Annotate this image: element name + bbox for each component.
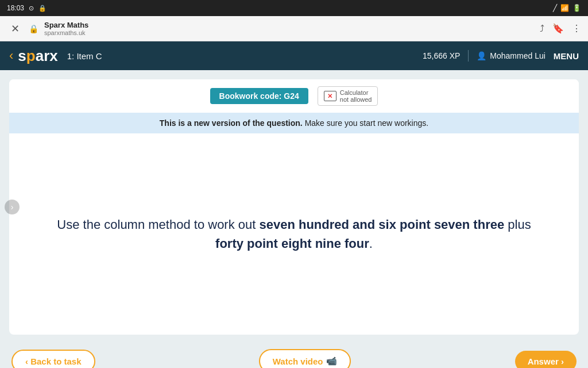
video-icon: 📹 bbox=[326, 356, 337, 366]
browser-bar: ✕ 🔒 Sparx Maths sparxmaths.uk ⤴ 🔖 ⋮ bbox=[0, 16, 588, 41]
notice-bold: This is a new version of the question. bbox=[160, 118, 303, 128]
calculator-status: Calculator not allowed bbox=[340, 89, 372, 103]
question-connector: plus bbox=[504, 217, 531, 232]
more-icon[interactable]: ⋮ bbox=[572, 23, 581, 34]
browser-close-button[interactable]: ✕ bbox=[7, 21, 23, 37]
browser-title: Sparx Maths bbox=[44, 21, 534, 29]
calculator-line1: Calculator bbox=[340, 89, 372, 96]
nav-menu-button[interactable]: MENU bbox=[554, 51, 579, 61]
content-card: Bookwork code: G24 ✕ Calculator not allo… bbox=[9, 79, 579, 335]
answer-button[interactable]: Answer › bbox=[515, 351, 577, 369]
user-icon: 👤 bbox=[477, 51, 486, 60]
notice-bar: This is a new version of the question. M… bbox=[9, 113, 579, 133]
question-bold1: seven hundred and six point seven three bbox=[260, 217, 505, 232]
watch-video-label: Watch video bbox=[273, 356, 323, 366]
nav-bar: ‹ sparx 1: Item C 15,666 XP 👤 Mohammed L… bbox=[0, 41, 588, 70]
browser-actions: ⤴ 🔖 ⋮ bbox=[540, 23, 581, 34]
watch-video-button[interactable]: Watch video 📹 bbox=[259, 349, 351, 368]
browser-lock-icon: 🔒 bbox=[29, 24, 38, 33]
bookwork-code-badge: Bookwork code: G24 bbox=[210, 88, 308, 104]
question-end: . bbox=[369, 236, 373, 251]
wifi-icon: 📶 bbox=[560, 4, 569, 12]
signal-icon: ╱ bbox=[553, 4, 557, 12]
main-content: Bookwork code: G24 ✕ Calculator not allo… bbox=[0, 70, 588, 344]
question-bold2: forty point eight nine four bbox=[215, 236, 369, 251]
calculator-icon: ✕ bbox=[324, 91, 336, 101]
notice-rest: Make sure you start new workings. bbox=[303, 118, 428, 128]
calculator-badge: ✕ Calculator not allowed bbox=[318, 86, 378, 106]
bookwork-bar: Bookwork code: G24 ✕ Calculator not allo… bbox=[9, 79, 579, 113]
nav-logo: sparx bbox=[18, 47, 57, 65]
lock-small-icon: 🔒 bbox=[38, 5, 47, 12]
back-to-task-button[interactable]: ‹ Back to task bbox=[11, 350, 95, 369]
question-text: Use the column method to work out seven … bbox=[44, 215, 544, 253]
share-icon[interactable]: ⤴ bbox=[540, 24, 544, 34]
status-time: 18:03 bbox=[7, 4, 24, 12]
browser-url: sparxmaths.uk bbox=[44, 29, 534, 36]
close-icon: ✕ bbox=[11, 22, 20, 35]
nav-user-name: Mohammed Lui bbox=[490, 51, 546, 60]
side-arrow-button[interactable]: › bbox=[9, 200, 20, 214]
status-bar: 18:03 ⊙ 🔒 ╱ 📶 🔋 bbox=[0, 0, 588, 16]
battery-icon: 🔋 bbox=[572, 4, 581, 12]
question-area: › Use the column method to work out seve… bbox=[9, 133, 579, 335]
browser-title-group: Sparx Maths sparxmaths.uk bbox=[44, 21, 534, 36]
calc-x-icon: ✕ bbox=[327, 93, 332, 100]
location-icon: ⊙ bbox=[29, 5, 34, 12]
nav-item-label: 1: Item C bbox=[67, 51, 102, 61]
question-intro: Use the column method to work out bbox=[57, 217, 259, 232]
bookmark-icon[interactable]: 🔖 bbox=[552, 23, 564, 34]
logo-text: sparx bbox=[18, 47, 57, 65]
nav-user: 👤 Mohammed Lui bbox=[477, 51, 546, 60]
nav-xp: 15,666 XP bbox=[423, 51, 460, 60]
calculator-line2: not allowed bbox=[340, 96, 372, 103]
nav-back-button[interactable]: ‹ bbox=[9, 48, 13, 63]
action-bar: ‹ Back to task Watch video 📹 Answer › bbox=[0, 344, 588, 368]
nav-divider bbox=[468, 50, 469, 62]
